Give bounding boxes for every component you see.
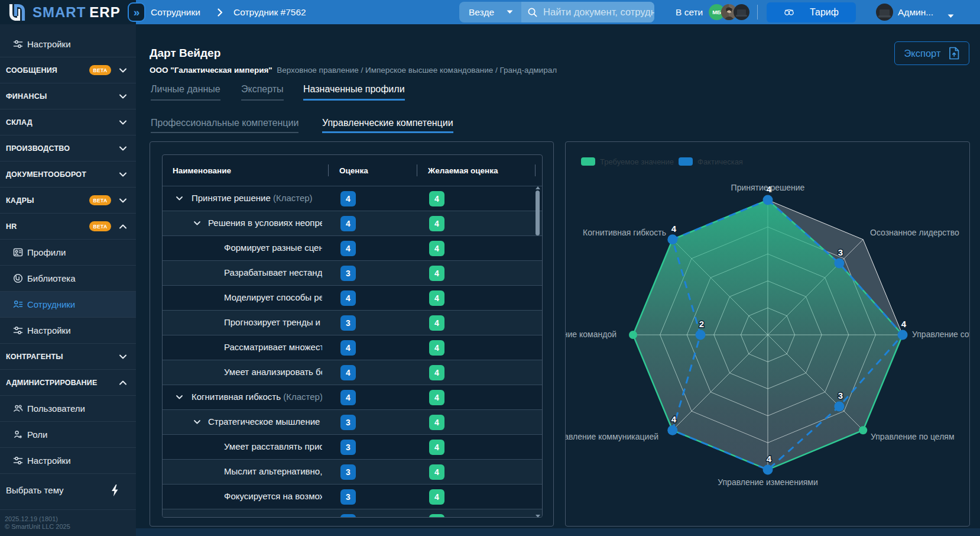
svg-text:4: 4 xyxy=(671,224,677,234)
svg-text:Управление по целям: Управление по целям xyxy=(871,432,955,441)
svg-text:Управление коммуникацией: Управление коммуникацией xyxy=(566,432,658,441)
svg-text:4: 4 xyxy=(767,454,772,464)
svg-text:Принятие решение: Принятие решение xyxy=(731,183,805,192)
svg-text:Когнитивная гибкость: Когнитивная гибкость xyxy=(583,228,666,237)
svg-text:4: 4 xyxy=(671,414,677,424)
svg-text:Требуемое значение: Требуемое значение xyxy=(600,157,674,166)
svg-text:Фактическая: Фактическая xyxy=(697,157,743,166)
svg-text:2: 2 xyxy=(699,319,704,329)
svg-text:Осознанное лидерство: Осознанное лидерство xyxy=(870,228,959,237)
svg-text:4: 4 xyxy=(901,319,907,329)
svg-text:Управление изменениями: Управление изменениями xyxy=(718,477,817,487)
svg-text:Управление сотрудниками: Управление сотрудниками xyxy=(912,330,970,339)
svg-text:3: 3 xyxy=(838,390,843,401)
svg-text:3: 3 xyxy=(838,247,843,257)
svg-text:Управление командой: Управление командой xyxy=(566,330,616,339)
